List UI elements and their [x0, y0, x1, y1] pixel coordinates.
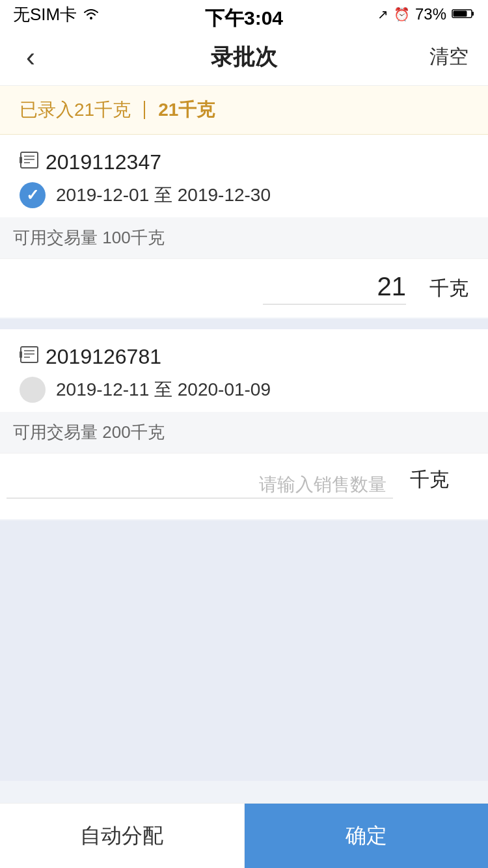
svg-rect-4	[21, 152, 38, 168]
batch-id-row-1: 2019112347	[20, 150, 468, 174]
batch-date-text-1: 2019-12-01 至 2019-12-30	[56, 183, 271, 208]
bottom-spacer	[0, 521, 488, 781]
batch-card-1: 2019112347 2019-12-01 至 2019-12-30 可用交易量…	[0, 135, 488, 318]
amount-unit-2: 千克	[410, 467, 449, 506]
batch-date-row-2: 2019-12-11 至 2020-01-09	[20, 377, 468, 403]
summary-divider	[144, 101, 145, 119]
section-divider	[0, 319, 488, 329]
svg-rect-13	[20, 351, 22, 358]
summary-label: 已录入21千克	[20, 98, 131, 122]
wifi-icon	[82, 5, 100, 25]
batch-checkbox-2[interactable]	[20, 377, 46, 403]
amount-unit-1: 千克	[429, 275, 468, 302]
batch-date-text-2: 2019-12-11 至 2020-01-09	[56, 377, 271, 402]
batch-id-text-2: 2019126781	[46, 345, 161, 369]
nav-bar: ‹ 录批次 清空	[0, 29, 488, 86]
footer: 自动分配 确定	[0, 803, 488, 868]
amount-input-wrapper-2	[0, 474, 393, 498]
alarm-icon: ⏰	[394, 7, 410, 22]
battery-icon	[452, 5, 475, 23]
batch-avail-2: 可用交易量 200千克	[0, 412, 488, 453]
svg-point-0	[90, 17, 92, 20]
carrier-text: 无SIM卡	[13, 3, 77, 26]
batch-checkbox-1[interactable]	[20, 182, 46, 208]
clear-button[interactable]: 清空	[429, 44, 468, 70]
batch-card-2: 2019126781 2019-12-11 至 2020-01-09 可用交易量…	[0, 329, 488, 519]
page-title: 录批次	[211, 42, 277, 72]
summary-banner: 已录入21千克 21千克	[0, 86, 488, 135]
auto-distribute-button[interactable]: 自动分配	[0, 804, 245, 868]
amount-input-2[interactable]	[0, 474, 393, 495]
batch-id-text-1: 2019112347	[46, 150, 161, 174]
svg-rect-2	[472, 12, 474, 16]
battery-text: 73%	[415, 5, 446, 23]
summary-value: 21千克	[158, 98, 215, 122]
back-button[interactable]: ‹	[20, 35, 42, 79]
amount-row-1: 千克	[0, 258, 488, 318]
status-left: 无SIM卡	[13, 3, 100, 26]
status-bar: 无SIM卡 下午3:04 ↗ ⏰ 73%	[0, 0, 488, 29]
location-icon: ↗	[377, 7, 388, 22]
status-right: ↗ ⏰ 73%	[377, 5, 475, 23]
amount-input-1[interactable]	[354, 272, 406, 301]
batch-id-icon-2	[20, 346, 39, 368]
svg-rect-3	[454, 11, 467, 17]
amount-underline-2	[7, 498, 393, 498]
svg-rect-8	[20, 157, 22, 163]
main-content: 已录入21千克 21千克 2019112347 2	[0, 86, 488, 846]
batch-id-icon-1	[20, 151, 39, 174]
amount-underline-1	[263, 304, 406, 305]
confirm-button[interactable]: 确定	[245, 804, 489, 868]
svg-rect-9	[21, 347, 38, 362]
batch-id-row-2: 2019126781	[20, 345, 468, 369]
batch-avail-1: 可用交易量 100千克	[0, 217, 488, 258]
amount-row-2: 千克	[0, 453, 488, 519]
batch-date-row-1: 2019-12-01 至 2019-12-30	[20, 182, 468, 208]
amount-input-wrapper-1	[263, 272, 406, 305]
status-time: 下午3:04	[205, 5, 283, 32]
